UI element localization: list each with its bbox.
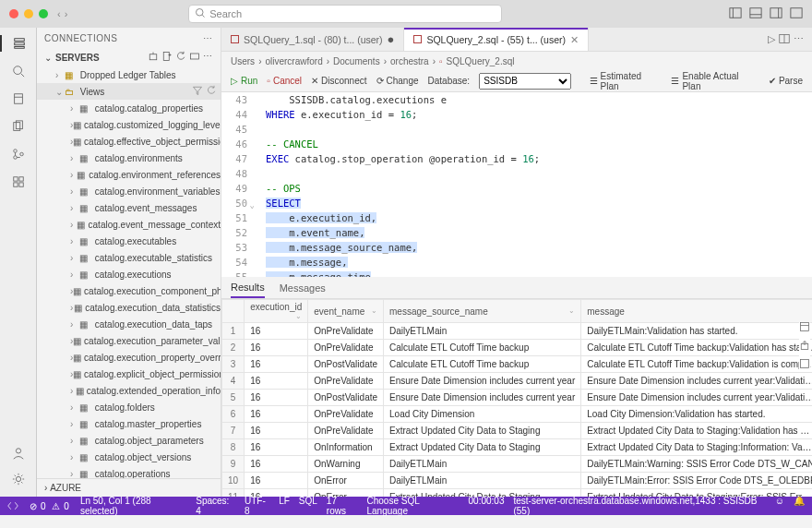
code-editor[interactable]: 4344454647484950⌄515253545556⌄5758⌄5960⌄… xyxy=(221,92,812,277)
servers-header[interactable]: ⌄ SERVERS ⋯ xyxy=(37,48,221,66)
status-problems[interactable]: ⊘ 0 ⚠ 0 xyxy=(30,501,69,511)
tree-view-item[interactable]: ›▦ catalog.executable_statistics xyxy=(37,249,221,266)
tree-view-item[interactable]: ›▦ catalog.explicit_object_permissions xyxy=(37,366,221,382)
status-spaces[interactable]: Spaces: 4 xyxy=(196,496,235,516)
messages-tab[interactable]: Messages xyxy=(280,279,326,297)
tree-view-item[interactable]: ›▦ catalog.event_messages xyxy=(37,199,221,216)
col-execution_id[interactable]: execution_id⌄ xyxy=(245,300,308,323)
activity-explorer[interactable] xyxy=(12,120,25,135)
activity-settings[interactable] xyxy=(12,473,25,487)
tab-sqlquery-1[interactable]: SQLQuery_1.sql - (80) t... (user)● xyxy=(221,28,404,51)
results-grid[interactable]: execution_id⌄event_name⌄message_source_n… xyxy=(221,299,812,497)
panel-right-icon[interactable] xyxy=(770,6,782,21)
tree-views-folder[interactable]: ⌄🗀 Views xyxy=(37,83,221,100)
table-row[interactable]: 416OnPreValidateEnsure Date Dimension in… xyxy=(222,373,813,390)
status-choose-lang[interactable]: Choose SQL Language xyxy=(366,496,459,516)
breadcrumb[interactable]: Users›olivercrawford›Documents›orchestra… xyxy=(221,52,812,70)
tree-view-item[interactable]: ›▦ catalog.master_properties xyxy=(37,415,221,432)
azure-section[interactable]: › AZURE xyxy=(37,478,221,497)
activity-notebooks[interactable] xyxy=(12,92,25,107)
grid-export-icon[interactable] xyxy=(799,340,810,353)
table-row[interactable]: 316OnPostValidateCalculate ETL Cutoff Ti… xyxy=(222,356,813,373)
nav-back[interactable]: ‹ xyxy=(57,8,61,19)
parse-button[interactable]: ✔ Parse xyxy=(769,76,803,86)
activity-extensions[interactable] xyxy=(12,175,25,190)
tree-view-item[interactable]: ›▦ catalog.execution_data_statistics xyxy=(37,299,221,316)
activity-source[interactable] xyxy=(12,148,25,162)
object-tree[interactable]: ›▦ Dropped Ledger Tables ⌄🗀 Views ›▦ cat… xyxy=(37,66,221,478)
new-query-icon[interactable] xyxy=(161,51,173,64)
status-bell-icon[interactable]: 🔔 xyxy=(794,496,805,516)
tree-view-item[interactable]: ›▦ catalog.executables xyxy=(37,233,221,249)
table-row[interactable]: 216OnPreValidateCalculate ETL Cutoff Tim… xyxy=(222,340,813,356)
collapse-icon[interactable] xyxy=(189,51,200,64)
tree-view-item[interactable]: ›▦ catalog.execution_component_phases xyxy=(37,282,221,299)
table-row[interactable]: 716OnPreValidateExtract Updated City Dat… xyxy=(222,423,813,439)
cancel-button[interactable]: ▫ Cancel xyxy=(267,76,302,86)
run-button[interactable]: ▷ Run xyxy=(231,76,257,86)
close-window[interactable] xyxy=(9,9,18,18)
tree-view-item[interactable]: ›▦ catalog.execution_data_taps xyxy=(37,316,221,332)
status-encoding[interactable]: UTF-8 xyxy=(245,496,269,516)
enable-actual-plan-button[interactable]: ☰ Enable Actual Plan xyxy=(671,71,758,91)
maximize-window[interactable] xyxy=(39,9,48,18)
tab-sqlquery-2[interactable]: SQLQuery_2.sql - (55) t... (user)✕ xyxy=(404,28,589,51)
grid-view-icon[interactable] xyxy=(799,321,810,334)
status-time[interactable]: 00:00:03 xyxy=(469,496,505,516)
tree-view-item[interactable]: ›▦ catalog.executions xyxy=(37,266,221,282)
tree-dropped-ledger[interactable]: ›▦ Dropped Ledger Tables xyxy=(37,66,221,83)
filter-icon[interactable] xyxy=(192,85,203,98)
run-toolbar-icon[interactable]: ▷ xyxy=(768,33,775,45)
split-icon[interactable] xyxy=(779,33,790,46)
close-tab-icon[interactable]: ✕ xyxy=(570,34,579,45)
status-remote[interactable] xyxy=(7,500,18,511)
tree-view-item[interactable]: ›▦ catalog.operations xyxy=(37,465,221,478)
database-select[interactable]: SSISDB xyxy=(479,73,570,90)
tree-view-item[interactable]: ›▦ catalog.environment_variables xyxy=(37,183,221,199)
status-rows[interactable]: 17 rows xyxy=(327,496,358,516)
col-message_source_name[interactable]: message_source_name⌄ xyxy=(384,300,581,323)
tree-view-item[interactable]: ›▦ catalog.effective_object_permissions xyxy=(37,133,221,150)
status-lang[interactable]: SQL xyxy=(299,496,317,516)
sidebar-more-icon[interactable]: ⋯ xyxy=(203,33,213,43)
tree-view-item[interactable]: ›▦ catalog.object_parameters xyxy=(37,432,221,449)
tree-view-item[interactable]: ›▦ catalog.catalog_properties xyxy=(37,100,221,116)
activity-connections[interactable] xyxy=(0,35,36,52)
command-search[interactable]: Search xyxy=(188,5,502,23)
layout-icon[interactable] xyxy=(790,6,803,21)
disconnect-button[interactable]: ✕ Disconnect xyxy=(311,76,366,86)
status-eol[interactable]: LF xyxy=(279,496,290,516)
tree-view-item[interactable]: ›▦ catalog.environments xyxy=(37,150,221,166)
activity-account[interactable] xyxy=(12,447,25,462)
change-conn-button[interactable]: ⟳ Change xyxy=(376,76,419,86)
panel-left-icon[interactable] xyxy=(729,6,742,21)
col-event_name[interactable]: event_name⌄ xyxy=(308,300,384,323)
status-feedback-icon[interactable]: ☺ xyxy=(775,496,784,516)
table-row[interactable]: 1016OnErrorDailyETLMainDailyETLMain:Erro… xyxy=(222,473,813,489)
tree-view-item[interactable]: ›▦ catalog.object_versions xyxy=(37,449,221,465)
refresh-icon[interactable] xyxy=(175,51,186,64)
tree-view-item[interactable]: ›▦ catalog.folders xyxy=(37,399,221,415)
grid-maximize-icon[interactable] xyxy=(799,358,810,371)
tree-view-item[interactable]: ›▦ catalog.execution_property_override_v… xyxy=(37,349,221,366)
activity-search[interactable] xyxy=(12,65,25,79)
table-row[interactable]: 616OnPreValidateLoad City DimensionLoad … xyxy=(222,406,813,423)
table-row[interactable]: 516OnPostValidateEnsure Date Dimension i… xyxy=(222,390,813,406)
table-row[interactable]: 916OnWarningDailyETLMainDailyETLMain:War… xyxy=(222,456,813,473)
tree-view-item[interactable]: ›▦ catalog.extended_operation_info xyxy=(37,382,221,399)
minimize-window[interactable] xyxy=(24,9,33,18)
status-connection[interactable]: test-server-orchestra.database.windows.n… xyxy=(513,496,765,516)
table-row[interactable]: 116OnPreValidateDailyETLMainDailyETLMain… xyxy=(222,323,813,340)
col-message[interactable]: message⌄ xyxy=(581,300,812,323)
table-row[interactable]: 816OnInformationExtract Updated City Dat… xyxy=(222,439,813,456)
tree-view-item[interactable]: ›▦ catalog.execution_parameter_values xyxy=(37,332,221,349)
tree-view-item[interactable]: ›▦ catalog.event_message_context xyxy=(37,216,221,233)
refresh-views-icon[interactable] xyxy=(206,85,217,98)
nav-forward[interactable]: › xyxy=(65,8,68,19)
tree-view-item[interactable]: ›▦ catalog.environment_references xyxy=(37,166,221,183)
servers-more-icon[interactable]: ⋯ xyxy=(203,51,213,64)
tree-view-item[interactable]: ›▦ catalog.customized_logging_levels xyxy=(37,116,221,133)
status-cursor[interactable]: Ln 50, Col 1 (288 selected) xyxy=(80,496,186,516)
panel-bottom-icon[interactable] xyxy=(749,6,762,21)
table-row[interactable]: 1116OnErrorExtract Updated City Data to … xyxy=(222,489,813,498)
